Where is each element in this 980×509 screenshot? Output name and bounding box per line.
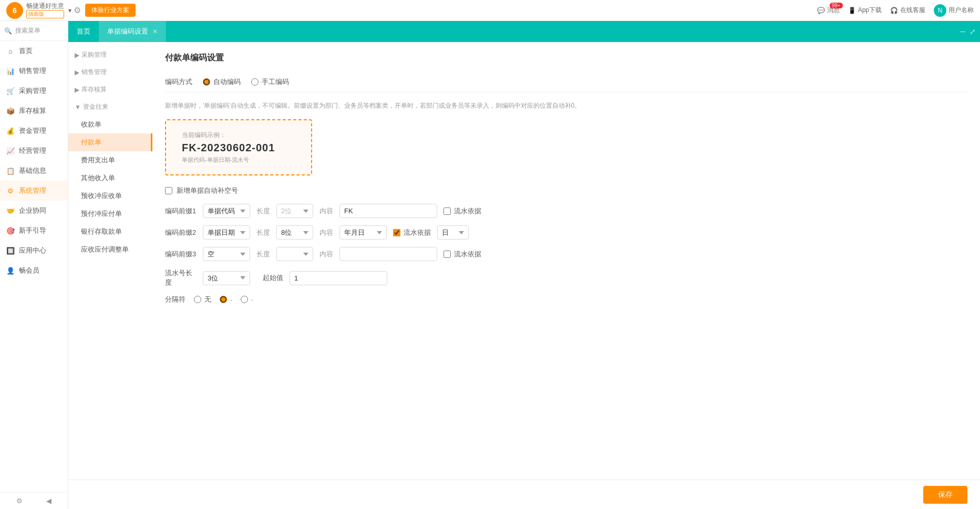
sidebar-item-system[interactable]: ⚙ 系统管理 [0,181,68,201]
auto-fill-label: 新增单据自动补空号 [177,186,238,195]
operations-icon: 📈 [6,147,15,155]
app-download-btn[interactable]: 📱 App下载 [848,6,882,15]
apps-icon: 🔲 [6,246,15,255]
sidebar-item-label-home: 首页 [19,46,33,56]
prefix1-select[interactable]: 单据代码 [203,204,250,218]
prefix3-content-input[interactable] [339,247,437,261]
settings-icon[interactable]: ⚙ [74,5,81,15]
subnav-adjust-label: 应收应付调整单 [81,245,129,254]
auto-fill-checkbox[interactable] [165,187,172,194]
prefix1-length-select[interactable]: 2位 [276,204,313,218]
subnav-sales[interactable]: ▶ 销售管理 [68,64,152,81]
online-service-btn[interactable]: 🎧 在线客服 [890,6,925,15]
subnav-adjust[interactable]: 应收应付调整单 [68,241,152,258]
service-icon: 🎧 [890,7,898,14]
prefix3-length-select[interactable] [276,247,313,261]
inventory-icon: 📦 [6,107,15,115]
code-method-label: 编码方式 [165,77,192,87]
subnav-purchase[interactable]: ▶ 采购管理 [68,46,152,64]
subnav-prepay-receivable[interactable]: 预收冲应收单 [68,187,152,205]
subnav-payment[interactable]: 付款单 [68,133,152,151]
sidebar-search[interactable]: 🔍 搜索菜单 [0,21,68,41]
prefix1-content-label: 内容 [319,206,333,216]
manual-code-option[interactable]: 手工编码 [251,77,289,87]
prefix1-content-input[interactable] [339,204,437,218]
sep-none-option[interactable]: 无 [194,295,211,304]
sep-none-radio[interactable] [194,296,201,303]
prefix2-length-select[interactable]: 8位 [276,225,313,240]
subnav-inventory[interactable]: ▶ 库存核算 [68,81,152,98]
industry-btn[interactable]: 体验行业方案 [85,4,136,17]
search-label: 搜索菜单 [15,26,40,35]
sidebar-item-member[interactable]: 👤 畅会员 [0,261,68,281]
prefix2-content-select[interactable]: 年月日 [339,225,387,240]
subnav-prepay-payable-label: 预付冲应付单 [81,209,122,219]
top-nav[interactable]: ▾ ⚙ [68,5,81,15]
auto-code-radio[interactable] [203,78,210,86]
tab-expand-icon[interactable]: ⤢ [969,27,976,36]
sidebar-gear-icon[interactable]: ⚙ [16,497,23,505]
subnav-expense[interactable]: 费用支出单 [68,151,152,169]
brand-logo: 6 [6,2,23,19]
serial-length-label: 流水号长度 [165,268,197,287]
serial-start-input[interactable] [290,271,387,285]
preview-desc: 单据代码-单据日期-流水号 [182,156,295,164]
message-btn[interactable]: 💬 消息 99+ [817,6,840,15]
serial-length-select[interactable]: 3位 [203,271,250,285]
prefix3-label: 编码前缀3 [165,250,197,259]
separator-row: 分隔符 无 · · [165,295,967,304]
subnav-prepay-payable[interactable]: 预付冲应付单 [68,205,152,223]
prefix3-serial-checkbox[interactable] [443,251,451,258]
page-content: 付款单编码设置 编码方式 自动编码 手工编码 [152,42,980,480]
sidebar-item-sales[interactable]: 📊 销售管理 [0,61,68,81]
subnav-other-income[interactable]: 其他收入单 [68,169,152,187]
user-avatar[interactable]: N 用户名称 [934,4,974,17]
prefix2-label: 编码前缀2 [165,228,197,237]
sidebar-item-operations[interactable]: 📈 经营管理 [0,141,68,161]
tab-close-icon[interactable]: ✕ [152,28,158,35]
sep-dot-option[interactable]: · [220,296,232,304]
purchase-icon: 🛒 [6,87,15,95]
sidebar-item-home[interactable]: ⌂ 首页 [0,41,68,61]
sidebar-item-label-purchase: 采购管理 [19,86,46,96]
save-button[interactable]: 保存 [923,486,967,504]
prefix1-serial-checkbox[interactable] [443,207,451,215]
prefix2-select[interactable]: 单据日期 [203,225,250,240]
sidebar-item-label-sales: 销售管理 [19,66,46,76]
sidebar-item-label-base: 基础信息 [19,166,46,175]
prefix2-serial-checkbox[interactable] [393,229,400,236]
sep-dash-option[interactable]: · [241,296,253,304]
sidebar-item-base[interactable]: 📋 基础信息 [0,161,68,181]
nav-dropdown-arrow[interactable]: ▾ [68,7,71,14]
tab-home[interactable]: 首页 [68,21,99,42]
manual-code-label: 手工编码 [262,77,289,87]
manual-code-radio[interactable] [251,78,259,86]
sep-dash-radio[interactable] [241,296,248,303]
subnav-capital-arrow: ▼ [75,103,81,111]
sep-dot-radio[interactable] [220,296,227,303]
sidebar-item-apps[interactable]: 🔲 应用中心 [0,241,68,261]
prefix3-select[interactable]: 空 [203,247,250,261]
sidebar-item-purchase[interactable]: 🛒 采购管理 [0,81,68,101]
tab-document-code-label: 单据编码设置 [107,27,148,36]
subnav-receipt[interactable]: 收款单 [68,116,152,133]
avatar-icon: N [934,4,946,17]
sidebar-item-enterprise[interactable]: 🤝 企业协同 [0,201,68,221]
left-sub-nav: ▶ 采购管理 ▶ 销售管理 ▶ 库存核算 ▼ 资金往来 收款单 [68,42,152,480]
sidebar-item-inventory[interactable]: 📦 库存核算 [0,101,68,121]
tab-document-code[interactable]: 单据编码设置 ✕ [99,21,166,42]
prefix2-serial-unit-select[interactable]: 日 [437,225,469,240]
brand: 6 畅捷通好生意 插曲版 [6,2,64,19]
subnav-capital[interactable]: ▼ 资金往来 [68,98,152,116]
top-bar: 6 畅捷通好生意 插曲版 ▾ ⚙ 体验行业方案 💬 消息 99+ 📱 App下载… [0,0,980,21]
subnav-bank[interactable]: 银行存取款单 [68,223,152,241]
sidebar-collapse-icon[interactable]: ◀ [46,497,51,505]
subnav-inventory-label: 库存核算 [81,85,107,94]
content-wrapper: ▶ 采购管理 ▶ 销售管理 ▶ 库存核算 ▼ 资金往来 收款单 [68,42,980,480]
auto-code-option[interactable]: 自动编码 [203,77,241,87]
sidebar-item-finance[interactable]: 💰 资金管理 [0,121,68,141]
sidebar-item-guide[interactable]: 🎯 新手引导 [0,221,68,241]
prefix1-serial-label: 流水依据 [454,206,481,216]
sidebar-item-label-finance: 资金管理 [19,126,46,136]
tab-minimize-icon[interactable]: ─ [960,27,965,36]
